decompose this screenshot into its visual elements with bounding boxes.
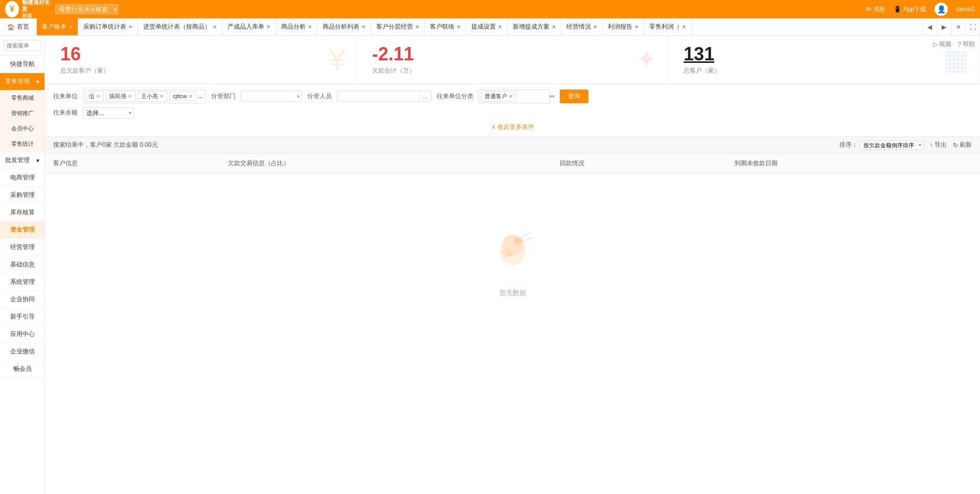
sidebar-item-stock-check[interactable]: 库存核算 <box>0 204 44 221</box>
tab-business-situation[interactable]: 经营情况 ✕ <box>561 18 603 35</box>
sidebar-item-enterprise-wechat[interactable]: 企业微信 <box>0 343 44 361</box>
tab-customer-segment[interactable]: 客户分层经营 ✕ <box>371 18 425 35</box>
app-download-btn[interactable]: 📱 App下载 <box>894 5 926 14</box>
filter-tag-wu[interactable]: 伍 ✕ <box>85 91 104 102</box>
filter-tag-wang[interactable]: 王小亮 ✕ <box>138 91 167 102</box>
tabs-fullscreen-btn[interactable]: ⛶ <box>966 18 980 36</box>
stat-bg-icon-debt: ✦ <box>636 44 657 74</box>
close-stock-stats-icon[interactable]: ✕ <box>213 24 217 30</box>
close-customer-contact-icon[interactable]: ✕ <box>457 24 461 30</box>
tag-chen-close[interactable]: ✕ <box>128 94 132 99</box>
sidebar-item-retail-mgmt[interactable]: 零售管理 ▾ <box>0 73 44 91</box>
close-customer-account-icon[interactable]: ✕ <box>69 24 73 30</box>
tag-wang-close[interactable]: ✕ <box>159 94 164 99</box>
person-input[interactable] <box>337 91 419 101</box>
tab-stock-stats[interactable]: 进货单统计表（按商品） ✕ <box>138 18 222 35</box>
sidebar-item-retail-stats[interactable]: 零售统计 <box>0 137 44 152</box>
unit-type-dropdown-arrow[interactable]: ▾ <box>552 94 555 99</box>
export-btn[interactable]: ↑ 导出 <box>930 141 947 149</box>
tags-more-btn[interactable]: ... <box>198 93 203 100</box>
dept-select[interactable] <box>241 91 302 102</box>
close-new-achievement-icon[interactable]: ✕ <box>552 24 556 30</box>
help-btn[interactable]: ? 帮助 <box>958 40 975 49</box>
tab-purchase-order[interactable]: 采购订单统计表 ✕ <box>78 18 138 35</box>
tag-wu-close[interactable]: ✕ <box>96 94 100 99</box>
sidebar-item-basic-info[interactable]: 基础信息 <box>0 256 44 274</box>
col-overdue-date: 到期未收款日期 <box>726 154 980 173</box>
tab-customer-segment-label: 客户分层经营 <box>376 23 413 31</box>
sidebar-item-batch-mgmt[interactable]: 批发管理 ▾ <box>0 152 44 169</box>
close-product-analysis-list-icon[interactable]: ✕ <box>361 24 366 30</box>
sidebar-item-retail-shop[interactable]: 零售商城 <box>0 91 44 106</box>
tabs-prev-btn[interactable]: ◀ <box>923 18 937 36</box>
sidebar-item-quick-nav[interactable]: 快捷导航 <box>0 56 44 73</box>
tab-new-achievement-label: 新增提成方案 <box>513 23 550 31</box>
sort-select-wrap[interactable]: 按欠款金额倒序排序 <box>860 141 924 150</box>
tag-cjttcw-close[interactable]: ✕ <box>189 94 193 99</box>
balance-select-wrap[interactable]: 选择... <box>83 107 134 119</box>
sidebar-item-marketing[interactable]: 营销推广 <box>0 106 44 121</box>
close-retail-profit-icon[interactable]: ✕ <box>682 24 686 30</box>
sidebar-item-member-center[interactable]: 会员中心 <box>0 121 44 137</box>
close-business-situation-icon[interactable]: ✕ <box>593 24 597 30</box>
sidebar-item-member[interactable]: 畅会员 <box>0 361 44 378</box>
video-btn[interactable]: ▷ 视频 <box>933 40 951 49</box>
tag-wu-label: 伍 <box>89 93 95 100</box>
close-purchase-order-icon[interactable]: ✕ <box>128 24 132 30</box>
sidebar-item-finance-mgmt[interactable]: 资金管理 <box>0 221 44 239</box>
sidebar-item-operation-mgmt[interactable]: 经营管理 <box>0 239 44 256</box>
sidebar-item-new-guide[interactable]: 新手引导 <box>0 308 44 326</box>
account-select[interactable]: 母婴行业演示账套 <box>55 4 119 14</box>
sidebar-item-system-mgmt[interactable]: 系统管理 <box>0 274 44 291</box>
close-product-inbound-icon[interactable]: ✕ <box>266 24 270 30</box>
tab-profit-report[interactable]: 利润报告 ✕ <box>603 18 644 35</box>
filter-tag-cjttcw[interactable]: cjttcw ✕ <box>169 92 196 101</box>
tab-commission-settings[interactable]: 提成设置 ✕ <box>466 18 508 35</box>
close-product-analysis-icon[interactable]: ✕ <box>308 24 312 30</box>
query-button[interactable]: 查询 <box>560 89 588 103</box>
username[interactable]: demo2 <box>956 6 975 13</box>
tab-product-inbound-label: 产成品入库单 <box>227 23 264 31</box>
person-dots-btn[interactable]: ... <box>419 92 431 101</box>
tab-product-analysis[interactable]: 商品分析 ✕ <box>276 18 317 35</box>
sidebar-item-ecommerce-mgmt[interactable]: 电商管理 <box>0 169 44 187</box>
tab-customer-contact[interactable]: 客户联络 ✕ <box>425 18 466 35</box>
close-commission-settings-icon[interactable]: ✕ <box>498 24 502 30</box>
person-input-wrap[interactable]: ... <box>337 91 431 102</box>
sidebar: 快捷导航 零售管理 ▾ 零售商城 营销推广 会员中心 零售统计 批发管理 ▾ 电… <box>0 36 45 494</box>
sidebar-item-app-center[interactable]: 应用中心 <box>0 326 44 343</box>
tag-cjttcw-label: cjttcw <box>173 93 187 99</box>
tabs-close-all-btn[interactable]: ✕ <box>951 18 966 36</box>
table-header-row: 客户信息 欠款交易信息（占比） 回款情况 到期未收款日期 <box>45 154 980 173</box>
col-customer-info: 客户信息 <box>45 154 220 173</box>
stat-bg-icon-customers: ¥ <box>329 42 346 77</box>
account-select-wrap[interactable]: 母婴行业演示账套 <box>55 4 119 14</box>
collapse-btn[interactable]: ∧ 收起更多条件 <box>491 123 534 131</box>
message-btn[interactable]: ✉ 消息 <box>866 5 885 14</box>
filter-tag-normal-customer[interactable]: 普通客户 ✕ <box>481 91 516 102</box>
tab-new-achievement[interactable]: 新增提成方案 ✕ <box>508 18 561 35</box>
search-input[interactable] <box>3 40 41 51</box>
tab-purchase-order-label: 采购订单统计表 <box>83 23 126 31</box>
tab-retail-profit[interactable]: 零售利润（ ✕ <box>644 18 692 35</box>
tab-product-analysis-list[interactable]: 商品分析列表 ✕ <box>317 18 371 35</box>
empty-illustration <box>487 219 538 271</box>
close-profit-report-icon[interactable]: ✕ <box>634 24 639 30</box>
sidebar-item-purchase-mgmt[interactable]: 采购管理 <box>0 187 44 204</box>
tag-normal-customer-close[interactable]: ✕ <box>509 94 513 99</box>
filter-tag-chen[interactable]: 陈民强 ✕ <box>106 91 135 102</box>
unit-type-select-wrap[interactable]: 普通客户 ✕ ▾ <box>478 89 555 103</box>
tab-product-inbound[interactable]: 产成品入库单 ✕ <box>222 18 276 35</box>
sort-select[interactable]: 按欠款金额倒序排序 <box>860 141 924 150</box>
close-customer-segment-icon[interactable]: ✕ <box>415 24 419 30</box>
stat-number-debt: -2.11 <box>372 44 653 64</box>
tab-home[interactable]: 🏠 首页 <box>0 18 37 35</box>
tabs-next-btn[interactable]: ▶ <box>937 18 951 36</box>
empty-text: 暂无数据 <box>499 288 526 298</box>
dept-select-wrap[interactable] <box>241 91 302 102</box>
sidebar-item-enterprise-coop[interactable]: 企业协同 <box>0 291 44 308</box>
refresh-btn[interactable]: ↻ 刷新 <box>953 141 972 149</box>
tab-customer-account[interactable]: 客户账本 ✕ <box>37 18 78 35</box>
sidebar-search-wrap[interactable] <box>0 36 44 56</box>
balance-select[interactable]: 选择... <box>83 107 134 119</box>
